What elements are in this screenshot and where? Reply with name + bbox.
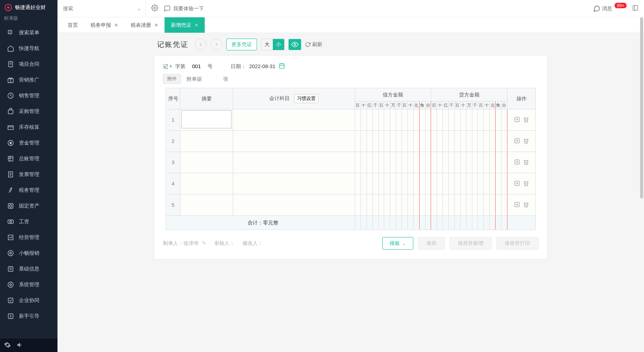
amount-digit[interactable] [378, 195, 384, 216]
amount-digit[interactable] [478, 109, 484, 131]
amount-digit[interactable] [437, 195, 443, 216]
amount-digit[interactable] [501, 109, 507, 131]
add-row-icon[interactable] [514, 180, 520, 187]
subject-cell[interactable] [233, 173, 355, 195]
amount-digit[interactable] [425, 109, 431, 131]
message-button[interactable]: 消息 [593, 5, 612, 12]
scrollbar-thumb[interactable] [640, 17, 643, 198]
summary-cell[interactable] [180, 195, 233, 216]
amount-digit[interactable] [425, 195, 431, 216]
calendar-icon[interactable] [279, 63, 285, 70]
add-row-icon[interactable] [514, 159, 520, 166]
amount-digit[interactable] [460, 109, 466, 131]
tab-0[interactable]: 首页 [61, 17, 84, 33]
search-input[interactable] [63, 6, 137, 11]
amount-digit[interactable] [361, 173, 366, 195]
amount-digit[interactable] [413, 152, 419, 173]
amount-digit[interactable] [366, 195, 372, 216]
next-voucher-button[interactable] [211, 39, 222, 50]
amount-digit[interactable] [355, 109, 361, 131]
amount-digit[interactable] [390, 173, 396, 195]
amount-digit[interactable] [496, 173, 502, 195]
summary-cell[interactable] [180, 173, 233, 195]
amount-digit[interactable] [355, 195, 361, 216]
amount-digit[interactable] [431, 152, 437, 173]
voucher-type-select[interactable]: 记 ▾ [163, 63, 172, 70]
amount-digit[interactable] [378, 152, 384, 173]
amount-digit[interactable] [390, 109, 396, 131]
amount-digit[interactable] [378, 109, 384, 131]
amount-digit[interactable] [501, 152, 507, 173]
sidebar-item-0[interactable]: 搜索菜单 [0, 25, 57, 41]
edit-icon[interactable]: ✎ [202, 240, 206, 246]
tab-3[interactable]: 新增凭证✕ [165, 17, 205, 33]
amount-digit[interactable] [466, 195, 472, 216]
amount-digit[interactable] [484, 173, 490, 195]
amount-digit[interactable] [501, 195, 507, 216]
amount-digit[interactable] [390, 131, 396, 152]
amount-digit[interactable] [437, 173, 443, 195]
sidebar-item-14[interactable]: 小畅报销 [0, 245, 57, 261]
save-print-button[interactable]: 保存并打印 [496, 237, 539, 250]
amount-digit[interactable] [496, 109, 502, 131]
delete-row-icon[interactable] [523, 180, 529, 187]
amount-digit[interactable] [390, 195, 396, 216]
amount-digit[interactable] [449, 109, 455, 131]
amount-digit[interactable] [472, 195, 478, 216]
save-new-button[interactable]: 保存并新增 [450, 237, 492, 250]
amount-digit[interactable] [407, 152, 413, 173]
amount-digit[interactable] [478, 173, 484, 195]
amount-digit[interactable] [407, 195, 413, 216]
amount-digit[interactable] [454, 152, 460, 173]
amount-digit[interactable] [490, 195, 496, 216]
sidebar-item-4[interactable]: 销售管理 [0, 88, 57, 104]
sidebar-item-1[interactable]: 快捷导航 [0, 41, 57, 56]
amount-digit[interactable] [460, 173, 466, 195]
amount-digit[interactable] [413, 173, 419, 195]
amount-digit[interactable] [478, 195, 484, 216]
amount-digit[interactable] [361, 152, 366, 173]
amount-digit[interactable] [431, 109, 437, 131]
summary-cell[interactable] [180, 109, 233, 131]
settings-icon[interactable] [4, 341, 11, 350]
sidebar-item-13[interactable]: 经营管理 [0, 230, 57, 245]
chevron-down-icon[interactable]: ⌄ [137, 6, 141, 11]
size-small-button[interactable]: 小 [273, 39, 284, 50]
attachment-button[interactable]: 附件 [163, 74, 181, 84]
amount-digit[interactable] [443, 109, 449, 131]
amount-digit[interactable] [402, 173, 408, 195]
amount-digit[interactable] [501, 131, 507, 152]
amount-digit[interactable] [396, 131, 402, 152]
preview-button[interactable] [289, 39, 301, 50]
amount-digit[interactable] [431, 195, 437, 216]
amount-digit[interactable] [396, 152, 402, 173]
amount-digit[interactable] [384, 109, 390, 131]
amount-digit[interactable] [466, 152, 472, 173]
amount-digit[interactable] [454, 131, 460, 152]
amount-digit[interactable] [361, 131, 366, 152]
amount-digit[interactable] [460, 195, 466, 216]
amount-digit[interactable] [454, 195, 460, 216]
amount-digit[interactable] [407, 109, 413, 131]
delete-row-icon[interactable] [523, 202, 529, 209]
amount-digit[interactable] [372, 109, 378, 131]
summary-cell[interactable] [180, 152, 233, 173]
habit-settings-button[interactable]: 习惯设置 [294, 94, 318, 103]
amount-digit[interactable] [443, 173, 449, 195]
amount-digit[interactable] [496, 131, 502, 152]
amount-digit[interactable] [466, 131, 472, 152]
delete-row-icon[interactable] [523, 138, 529, 145]
amount-digit[interactable] [490, 109, 496, 131]
amount-digit[interactable] [378, 173, 384, 195]
amount-digit[interactable] [449, 173, 455, 195]
amount-digit[interactable] [413, 131, 419, 152]
add-row-icon[interactable] [514, 117, 520, 124]
amount-digit[interactable] [366, 173, 372, 195]
delete-row-icon[interactable] [523, 117, 529, 124]
amount-digit[interactable] [472, 131, 478, 152]
amount-digit[interactable] [355, 173, 361, 195]
sidebar-item-10[interactable]: 税务管理 [0, 182, 57, 198]
size-large-button[interactable]: 大 [261, 39, 273, 50]
summary-input[interactable] [181, 110, 232, 128]
amount-digit[interactable] [496, 195, 502, 216]
